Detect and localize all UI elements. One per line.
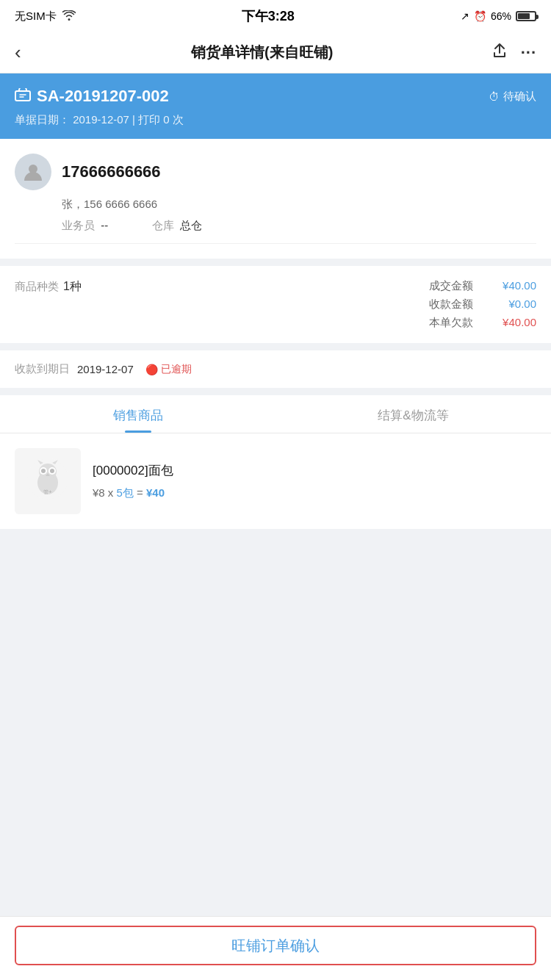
received-label: 收款金额 [429,298,473,311]
due-value: ¥40.00 [485,316,536,330]
carrier-label: 无SIM卡 [15,10,57,24]
product-type-value: 1种 [63,279,82,295]
sales-meta: 业务员 -- [62,219,108,233]
price-eq: = [137,486,146,499]
due-date-value: 2019-12-07 [77,363,134,375]
received-amount-row: 收款金额 ¥0.00 [429,298,536,311]
back-button[interactable]: ‹ [15,41,21,64]
svg-point-8 [41,469,46,473]
product-qty: 5包 [117,486,134,499]
overdue-icon: 🔴 [145,364,158,375]
warehouse-value: 总仓 [180,219,202,231]
order-date-row: 单据日期： 2019-12-07 | 打印 0 次 [15,113,536,127]
overdue-badge: 🔴 已逾期 [145,363,192,376]
more-button[interactable]: ··· [521,43,536,62]
order-header-card: SA-20191207-002 ⏱ 待确认 单据日期： 2019-12-07 |… [0,73,551,139]
order-id-text: SA-20191207-002 [37,87,169,106]
product-type-label: 商品种类 [15,280,59,294]
due-amount-row: 本单欠款 ¥40.00 [429,316,536,330]
due-date-label: 收款到期日 [15,362,70,376]
print-unit: 次 [173,113,184,126]
content-area [0,536,551,713]
customer-phone: 17666666666 [62,162,161,181]
battery-icon [516,11,536,21]
date-label: 单据日期： [15,113,70,126]
status-time: 下午3:28 [242,7,295,25]
overdue-text: 已逾期 [161,363,192,376]
order-status: ⏱ 待确认 [489,90,536,104]
price-per-unit: ¥8 x [93,486,117,499]
warehouse-label: 仓库 [152,219,174,231]
warehouse-meta: 仓库 总仓 [152,219,202,233]
due-date-card: 收款到期日 2019-12-07 🔴 已逾期 [0,350,551,388]
products-container: 管+ [0000002]面包 ¥8 x 5包 = ¥40 [0,433,551,529]
product-name: [0000002]面包 [93,462,536,479]
svg-text:管+: 管+ [43,489,51,494]
deal-amount-row: 成交金额 ¥40.00 [429,279,536,293]
battery-percent: 66% [491,10,511,22]
summary-card: 商品种类 1种 成交金额 ¥40.00 收款金额 ¥0.00 本单欠款 ¥40.… [0,266,551,343]
order-id: SA-20191207-002 [15,87,169,106]
product-thumbnail: 管+ [15,448,81,514]
tabs-container: 销售商品 结算&物流等 [0,395,551,433]
product-price: ¥8 x 5包 = ¥40 [93,486,536,500]
divider [15,243,536,244]
status-clock-icon: ⏱ [489,90,500,103]
sales-value: -- [101,219,108,231]
tab-settlement-logistics[interactable]: 结算&物流等 [276,395,551,433]
due-label: 本单欠款 [429,316,473,330]
status-left: 无SIM卡 [15,10,76,24]
customer-avatar [15,154,51,190]
customer-card: 17666666666 张，156 6666 6666 业务员 -- 仓库 总仓 [0,139,551,259]
amounts-section: 成交金额 ¥40.00 收款金额 ¥0.00 本单欠款 ¥40.00 [429,279,536,330]
customer-top: 17666666666 [15,154,536,190]
deal-amount-label: 成交金额 [429,279,473,293]
order-icon [15,87,31,106]
status-bar: 无SIM卡 下午3:28 ↗ ⏰ 66% [0,0,551,32]
print-count: 0 [163,113,169,126]
share-button[interactable] [491,43,508,62]
wifi-icon [62,10,76,23]
status-right: ↗ ⏰ 66% [461,10,536,22]
product-info: [0000002]面包 ¥8 x 5包 = ¥40 [93,462,536,500]
tab-sales-products[interactable]: 销售商品 [0,395,276,433]
status-text: 待确认 [503,90,536,104]
page-title: 销货单详情(来自旺铺) [33,43,491,62]
location-icon: ↗ [461,10,469,22]
sales-label: 业务员 [62,219,95,231]
nav-bar: ‹ 销货单详情(来自旺铺) ··· [0,32,551,73]
svg-rect-0 [15,91,30,101]
received-value: ¥0.00 [485,298,536,311]
print-label: | 打印 [132,113,163,126]
alarm-icon: ⏰ [474,10,486,22]
confirm-order-button[interactable]: 旺铺订单确认 [15,926,536,965]
bottom-btn-container: 旺铺订单确认 [0,916,551,980]
customer-name: 张，156 6666 6666 [15,198,536,212]
product-total: ¥40 [146,486,165,499]
svg-point-10 [50,469,54,473]
product-item: 管+ [0000002]面包 ¥8 x 5包 = ¥40 [0,433,551,529]
deal-amount-value: ¥40.00 [485,279,536,293]
customer-meta: 业务员 -- 仓库 总仓 [15,219,536,233]
order-header-top: SA-20191207-002 ⏱ 待确认 [15,87,536,106]
product-type-section: 商品种类 1种 [15,279,82,295]
summary-row: 商品种类 1种 成交金额 ¥40.00 收款金额 ¥0.00 本单欠款 ¥40.… [15,279,536,330]
nav-actions: ··· [491,43,536,62]
date-value: 2019-12-07 [73,113,129,126]
